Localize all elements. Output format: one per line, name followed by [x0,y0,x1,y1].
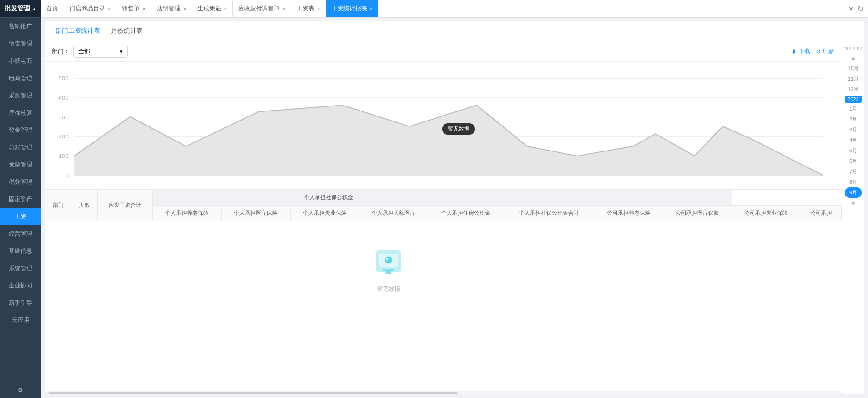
tab-店铺管理[interactable]: 店铺管理× [151,0,192,17]
sidebar-item-销售管理[interactable]: 销售管理 [0,35,41,52]
sidebar: 批发管理 ▲ 营销推广销售管理小畅电商电商管理采购管理库存核算资金管理总账管理发… [0,0,41,398]
content-main: 部门： 全部 ▾ ⬇ 下载 ↻ 刷新 [45,41,842,394]
tab-close-icon[interactable]: × [183,6,186,11]
tab-close-icon[interactable]: × [224,6,227,11]
sidebar-item-经营管理[interactable]: 经营管理 [0,225,41,242]
timeline-year-label: 2022 [845,96,861,103]
tab-close-icon[interactable]: ✕ [847,4,855,14]
sidebar-settings[interactable]: ⚙ [0,382,41,398]
timeline-month-8月[interactable]: 8月 [845,177,861,187]
table-wrapper[interactable]: 部门 人数 应发工资合计 个人承担社保公积金 个人承担养老保险个人承担医疗保险个… [45,189,842,391]
sidebar-item-电商管理[interactable]: 电商管理 [0,70,41,87]
chart-tooltip: 暂无数据 [442,123,475,135]
sub-tab-部门工资统计表[interactable]: 部门工资统计表 [52,22,104,40]
tab-首页[interactable]: 首页 [41,0,64,17]
timeline-month-3月[interactable]: 3月 [845,125,861,135]
svg-text:200: 200 [58,134,69,140]
table-empty-cell: 暂无数据 [45,221,732,315]
sidebar-item-工资[interactable]: 工资 [0,208,41,225]
chart-area: 500 400 300 200 100 0 暂无数据 [45,62,842,189]
timeline-month-12月[interactable]: 12月 [845,84,861,95]
sidebar-item-固定资产[interactable]: 固定资产 [0,191,41,208]
empty-icon [370,243,407,279]
data-table: 部门 人数 应发工资合计 个人承担社保公积金 个人承担养老保险个人承担医疗保险个… [45,190,842,315]
sidebar-item-库存核算[interactable]: 库存核算 [0,104,41,121]
sidebar-title: 批发管理 [5,5,30,13]
col-公司承担失业保险: 公司承担失业保险 [732,206,801,221]
tab-label: 门店商品目录 [70,5,105,13]
download-icon: ⬇ [792,48,797,55]
tab-label: 销售单 [122,5,140,13]
sidebar-item-企业协同[interactable]: 企业协同 [0,277,41,294]
sub-tab-月份统计表[interactable]: 月份统计表 [107,22,146,40]
dept-label: 部门： [52,47,70,55]
dept-select[interactable]: 全部 ▾ [73,45,128,58]
sidebar-item-新手引导[interactable]: 新手引导 [0,294,41,312]
download-button[interactable]: ⬇ 下载 [792,47,810,55]
tab-label: 店铺管理 [157,5,181,13]
timeline-month-10月[interactable]: 10月 [845,63,861,74]
timeline-down-nav[interactable]: ▼ [848,198,858,209]
tab-label: 工资统计报表 [332,5,367,13]
sidebar-item-系统管理[interactable]: 系统管理 [0,260,41,277]
timeline-month-2月[interactable]: 2月 [845,114,861,125]
page-content: 部门工资统计表月份统计表 部门： 全部 ▾ ⬇ 下载 [45,21,864,394]
tab-门店商品目录[interactable]: 门店商品目录× [64,0,116,17]
refresh-label: 刷新 [823,47,834,55]
tab-bar: 首页门店商品目录×销售单×店铺管理×生成凭证×应收应付调整单×工资表×工资统计报… [41,0,868,18]
svg-text:400: 400 [58,95,69,101]
timeline-month-4月[interactable]: 4月 [845,135,861,146]
sidebar-item-基础信息[interactable]: 基础信息 [0,242,41,260]
tab-label: 工资表 [297,5,314,13]
timeline-month-6月[interactable]: 6月 [845,156,861,166]
tab-close-icon[interactable]: × [317,6,320,11]
tab-close-icon[interactable]: × [142,6,145,11]
timeline-month-1月[interactable]: 1月 [845,104,861,114]
sidebar-item-总账管理[interactable]: 总账管理 [0,139,41,156]
chevron-down-icon: ▾ [120,48,123,55]
tab-工资统计报表[interactable]: 工资统计报表× [326,0,378,17]
tab-close-icon[interactable]: × [283,6,285,11]
svg-rect-17 [383,269,394,271]
timeline-up-nav[interactable]: ▲ [848,52,858,63]
sidebar-item-发票管理[interactable]: 发票管理 [0,156,41,173]
col-个人承担失业保险: 个人承担失业保险 [290,206,359,221]
year-label-text: 2022.09 [844,46,863,51]
sidebar-header[interactable]: 批发管理 ▲ [0,0,41,18]
timeline-month-5月[interactable]: 5月 [845,146,861,156]
tab-refresh-icon[interactable]: ↻ [857,4,864,14]
sidebar-item-云应用[interactable]: 云应用 [0,312,41,329]
timeline-month-11月[interactable]: 11月 [845,74,861,84]
col-公司承担: 公司承担 [801,206,841,221]
timeline-month-7月[interactable]: 7月 [845,166,861,177]
sidebar-item-采购管理[interactable]: 采购管理 [0,87,41,104]
tab-bar-end: ✕ ↻ [843,0,868,17]
tab-close-icon[interactable]: × [370,6,373,11]
main-content: 首页门店商品目录×销售单×店铺管理×生成凭证×应收应付调整单×工资表×工资统计报… [41,0,868,398]
tab-应收应付调整单[interactable]: 应收应付调整单× [233,0,291,17]
tab-label: 应收应付调整单 [238,5,280,13]
empty-state: 暂无数据 [50,225,727,311]
svg-text:300: 300 [58,115,69,121]
chart-container: 500 400 300 200 100 0 暂无数据 [52,69,834,189]
col-dept: 部门 [45,190,71,221]
refresh-button[interactable]: ↻ 刷新 [816,47,834,55]
tab-工资表[interactable]: 工资表× [291,0,326,17]
col-个人承担养老保险: 个人承担养老保险 [152,206,221,221]
empty-text: 暂无数据 [377,285,400,293]
col-total-wage: 应发工资合计 [98,190,152,221]
tab-close-icon[interactable]: × [108,6,111,11]
tab-生成凭证[interactable]: 生成凭证× [192,0,232,17]
svg-text:0: 0 [65,173,69,179]
sidebar-item-资金管理[interactable]: 资金管理 [0,121,41,139]
sidebar-item-小畅电商[interactable]: 小畅电商 [0,52,41,70]
timeline-sidebar: 2022.09 ▲ 10月11月12月20221月2月3月4月5月6月7月8月9… [842,41,864,394]
col-公司承担养老保险: 公司承担养老保险 [594,206,663,221]
sidebar-item-税务管理[interactable]: 税务管理 [0,173,41,191]
sidebar-item-营销推广[interactable]: 营销推广 [0,18,41,35]
svg-text:500: 500 [58,76,69,81]
tab-销售单[interactable]: 销售单× [116,0,151,17]
dept-value: 全部 [78,47,90,55]
timeline-month-9月[interactable]: 9月 [845,187,861,198]
sidebar-collapse-icon[interactable]: ▲ [32,6,36,11]
